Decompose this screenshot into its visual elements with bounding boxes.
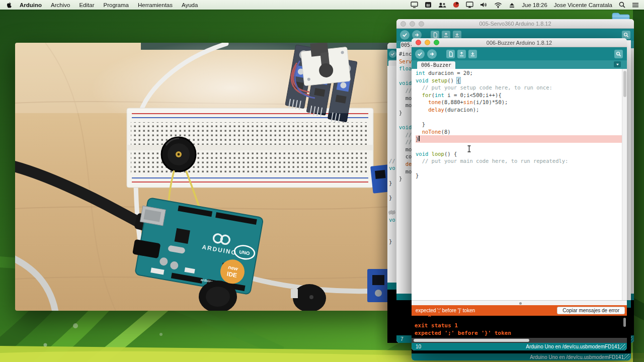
arrow-right-icon [429, 51, 435, 57]
window-005-title-bar[interactable]: 005-Servo360 Arduino 1.8.12 [396, 19, 634, 29]
close-button[interactable] [416, 40, 421, 45]
check-icon [390, 52, 395, 56]
tab-list-dropdown[interactable] [614, 61, 621, 67]
apple-menu[interactable] [0, 2, 15, 9]
webcam-video-window[interactable]: ARDUINO UNO new IDE arduino.org [15, 43, 390, 311]
spotlight-search-icon[interactable] [619, 2, 625, 8]
line-number-indicator: 7 [396, 336, 404, 342]
new-document-icon [448, 51, 453, 57]
window-006-buzzer[interactable]: 006-Buzzer Arduino 1.8.12 006-Buzzer int… [412, 38, 627, 350]
close-button[interactable] [400, 21, 406, 27]
apple-logo-icon [6, 2, 12, 9]
menu-item-archivo[interactable]: Archivo [46, 0, 74, 10]
magnifier-icon [623, 32, 629, 38]
error-console[interactable]: ^exit status 1expected ';' before '}' to… [412, 316, 627, 338]
menu-item-arduino[interactable]: Arduino [15, 0, 46, 10]
open-button[interactable] [457, 50, 466, 58]
serial-monitor-button[interactable] [614, 50, 623, 58]
error-bar: expected ';' before '}' token Copiar men… [412, 305, 627, 316]
serial-monitor-button[interactable] [622, 31, 630, 39]
open-button[interactable] [442, 31, 450, 39]
arrow-right-icon [414, 32, 420, 38]
verify-button[interactable] [389, 50, 396, 58]
check-icon [402, 32, 408, 38]
open-arrow-icon [459, 51, 464, 57]
screen-mirroring-status-icon[interactable] [466, 2, 473, 8]
minimize-button[interactable] [425, 40, 430, 45]
save-arrow-icon [470, 51, 475, 57]
menu-item-programa[interactable]: Programa [99, 0, 133, 10]
scrollbar-thumb[interactable] [623, 71, 626, 97]
open-arrow-icon [443, 32, 449, 38]
verify-button[interactable] [415, 49, 425, 59]
new-sketch-button[interactable] [446, 50, 455, 58]
volume-status-icon[interactable] [480, 2, 488, 8]
strip-scrollbar-thumb[interactable] [388, 211, 395, 214]
window-005-code: #incServfloa void // mo mo} void // // m… [399, 50, 412, 183]
window-006-title-bar[interactable]: 006-Buzzer Arduino 1.8.12 [412, 38, 627, 47]
menu-item-herramientas[interactable]: Herramientas [133, 0, 177, 10]
window-006-toolbar [412, 47, 627, 60]
save-button[interactable] [468, 50, 477, 58]
console-output: ^exit status 1expected ';' before '}' to… [415, 316, 511, 337]
save-arrow-icon [454, 32, 460, 38]
splitter-grip-dot [519, 302, 522, 305]
blue-module-bottom-right [367, 269, 390, 302]
menu-item-ayuda[interactable]: Ayuda [177, 0, 202, 10]
zoom-button[interactable] [419, 21, 424, 27]
editor-console-splitter[interactable] [412, 300, 627, 305]
check-icon [417, 51, 423, 57]
window-006-status-bar: 10 Arduino Uno en /dev/cu.usbmodemFD141 [412, 343, 627, 350]
window-006-title: 006-Buzzer Arduino 1.8.12 [412, 40, 627, 46]
tab-006-buzzer[interactable]: 006-Buzzer [417, 61, 455, 69]
cascade-status-bar: Arduino Uno en /dev/cu.usbmodemFD141 [412, 353, 631, 360]
wifi-status-icon[interactable] [494, 2, 502, 8]
window-006-editor[interactable]: int duracion = 20;void setup() { // put … [412, 69, 627, 300]
strip-code: //vo } } //vo } [389, 135, 395, 245]
menu-item-editar[interactable]: Editar [74, 0, 99, 10]
menu-clock[interactable]: Jue 18:26 [522, 2, 547, 8]
notification-center-icon[interactable] [632, 2, 639, 8]
ibeam-mouse-cursor [467, 145, 471, 152]
upload-button[interactable] [427, 49, 437, 59]
window-005-title: 005-Servo360 Arduino 1.8.12 [396, 21, 634, 27]
console-vscrollbar-thumb[interactable] [623, 318, 626, 327]
new-document-icon [433, 32, 438, 38]
buzzer [162, 137, 196, 171]
webcam-scene: ARDUINO UNO new IDE arduino.org [15, 43, 390, 311]
bi-app-status-icon[interactable]: BI [425, 2, 432, 8]
chevron-down-icon [616, 63, 619, 66]
line-number-indicator: 10 [412, 344, 421, 349]
eject-status-icon[interactable] [509, 2, 515, 8]
svg-text:BI: BI [427, 4, 430, 7]
resize-grip[interactable] [620, 344, 626, 349]
console-hscrollbar[interactable] [412, 338, 627, 343]
magnifier-icon [616, 51, 621, 57]
window-006-code[interactable]: int duracion = 20;void setup() { // put … [412, 69, 627, 179]
new-sketch-button[interactable] [431, 31, 439, 39]
menu-user-name[interactable]: Jose Vicente Carratala [554, 2, 612, 8]
copy-error-messages-button[interactable]: Copiar mensajes de error [557, 307, 625, 314]
zoom-button[interactable] [434, 40, 439, 45]
console-hscrollbar-thumb[interactable] [414, 339, 529, 342]
resize-grip[interactable] [624, 354, 630, 359]
board-port-indicator: Arduino Uno en /dev/cu.usbmodemFD141 [526, 344, 627, 349]
verify-button[interactable] [400, 30, 410, 40]
window-006-tab-bar: 006-Buzzer [412, 60, 627, 69]
error-message: expected ';' before '}' token [412, 308, 475, 313]
save-button[interactable] [453, 31, 461, 39]
menu-bar: Arduino Archivo Editar Programa Herramie… [0, 0, 644, 10]
record-app-status-icon[interactable] [453, 2, 459, 8]
users-status-icon[interactable] [438, 2, 446, 8]
board-port-indicator: Arduino Uno en /dev/cu.usbmodemFD141 [530, 354, 631, 360]
scrollbar-track[interactable] [622, 69, 627, 300]
minimize-button[interactable] [410, 21, 415, 27]
display-status-icon[interactable] [411, 2, 418, 8]
